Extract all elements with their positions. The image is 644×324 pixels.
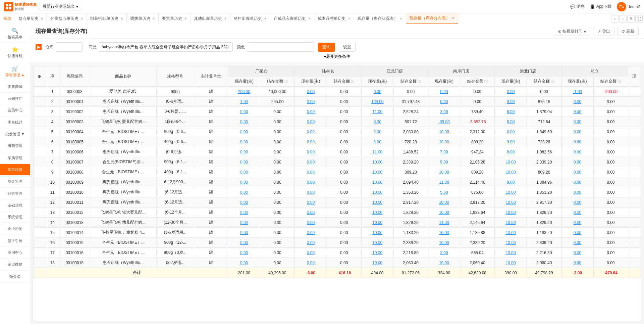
sidebar-item-retail[interactable]: 🛒 零售管理 ▲ — [0, 62, 30, 81]
warehouse-expand-btn[interactable]: ▶ — [36, 44, 42, 50]
cell-link[interactable]: 0.00 — [574, 170, 581, 175]
company-dropdown[interactable]: 母婴行业演示陈套 ▾ — [40, 3, 81, 10]
cell-link[interactable]: 0.00 — [574, 180, 581, 185]
cell-link[interactable]: 0.00 — [574, 230, 581, 235]
cell-link[interactable]: 10.00 — [506, 250, 516, 255]
cell-link[interactable]: 0.00 — [240, 210, 248, 215]
cell-link[interactable]: 0.00 — [574, 150, 581, 154]
message-btn[interactable]: 💬 消息 — [570, 4, 585, 9]
cell-link[interactable]: 0.00 — [240, 180, 248, 185]
cell-link[interactable]: 1.00 — [240, 99, 248, 104]
cell-link[interactable]: 0.00 — [240, 109, 248, 114]
cell-link[interactable]: 10.00 — [372, 200, 382, 205]
table-cell[interactable]: 0.00 — [294, 238, 327, 248]
table-cell[interactable]: 0.00 — [294, 258, 327, 268]
cell-link[interactable]: 0.00 — [307, 250, 315, 255]
cell-link[interactable]: 0.00 — [240, 140, 248, 144]
cell-link[interactable]: 0.00 — [240, 230, 248, 235]
table-cell[interactable]: 0.00 — [561, 207, 594, 218]
cell-link[interactable]: 10.00 — [506, 200, 516, 205]
cell-link[interactable]: 3.00 — [440, 109, 448, 114]
table-cell[interactable]: 0.00 — [228, 248, 260, 258]
cell-link[interactable]: 0.00 — [507, 89, 515, 94]
cell-link[interactable]: -1.00 — [573, 89, 582, 94]
cell-link[interactable]: 0.00 — [240, 150, 248, 154]
cell-link[interactable]: 0.00 — [307, 160, 315, 165]
sidebar-item-operations[interactable]: 经营管理 — [0, 188, 30, 199]
cell-link[interactable]: 0.00 — [240, 170, 248, 175]
cell-link[interactable]: 10.00 — [506, 170, 516, 175]
cell-link[interactable]: 0.00 — [240, 261, 248, 265]
sidebar-item-purchase[interactable]: 采购管理 — [0, 152, 30, 164]
table-cell[interactable]: 00100018 — [59, 258, 90, 268]
table-cell[interactable]: 0.00 — [561, 248, 594, 258]
table-cell[interactable]: 3.00 — [428, 107, 460, 117]
close-icon[interactable]: ✕ — [152, 17, 155, 20]
table-cell[interactable]: 0.00 — [228, 187, 260, 197]
table-cell[interactable]: 00100010 — [59, 187, 90, 197]
cell-link[interactable]: 0.00 — [373, 89, 381, 94]
cell-link[interactable]: -39.00 — [438, 120, 450, 124]
cell-link[interactable]: 10.00 — [439, 210, 449, 215]
table-cell[interactable]: 0.00 — [561, 117, 594, 127]
table-cell[interactable]: 9.00 — [361, 117, 393, 127]
close-icon[interactable]: ✕ — [224, 17, 227, 20]
table-cell[interactable]: 00100006 — [59, 147, 90, 157]
table-cell[interactable]: 10.00 — [428, 207, 460, 218]
table-cell[interactable]: 00100013 — [59, 218, 90, 228]
table-cell[interactable]: 10.00 — [495, 167, 527, 177]
cell-link[interactable]: 0.00 — [240, 200, 248, 205]
user-area[interactable]: Ea demo2 — [617, 2, 640, 11]
table-cell[interactable]: 0.00 — [561, 97, 594, 107]
table-cell[interactable]: 10.00 — [495, 258, 527, 268]
warehouse-input[interactable] — [56, 42, 83, 52]
cell-link[interactable]: 0.00 — [307, 120, 315, 124]
tab-home[interactable]: 首页 — [0, 13, 15, 24]
cell-link[interactable]: 0.00 — [240, 220, 248, 225]
table-cell[interactable]: 10.00 — [428, 137, 460, 147]
cell-link[interactable]: 0.00 — [574, 109, 581, 114]
cell-link[interactable]: 9.00 — [373, 120, 381, 124]
cell-link[interactable]: 9.00 — [373, 140, 381, 144]
table-cell[interactable]: 10.00 — [361, 258, 393, 268]
table-cell[interactable]: 9.00 — [361, 127, 393, 137]
cell-link[interactable]: 10.00 — [372, 180, 382, 185]
table-cell[interactable]: 10.00 — [428, 228, 460, 238]
tab-stock-sub-history[interactable]: 分量盘点单历史 ✕ — [47, 13, 87, 24]
table-cell[interactable]: 10.00 — [361, 248, 393, 258]
table-cell[interactable]: 0.00 — [228, 207, 260, 218]
table-cell[interactable]: 10.00 — [361, 207, 393, 218]
cell-link[interactable]: 0.00 — [240, 190, 248, 195]
goods-input[interactable] — [99, 42, 233, 52]
close-icon[interactable]: ✕ — [184, 17, 187, 20]
close-icon[interactable]: ✕ — [41, 17, 43, 20]
cell-link[interactable]: 10.00 — [506, 240, 516, 245]
table-cell[interactable]: 0.00 — [561, 177, 594, 187]
table-cell[interactable]: 0.00 — [294, 228, 327, 238]
table-cell[interactable]: 0.00 — [228, 147, 260, 157]
cell-link[interactable]: 10.00 — [372, 261, 382, 265]
table-cell[interactable]: 0.00 — [561, 157, 594, 167]
cell-link[interactable]: 7.00 — [440, 150, 448, 154]
cell-link[interactable]: 0.00 — [574, 261, 581, 265]
table-cell[interactable]: 5.00 — [428, 187, 460, 197]
table-cell[interactable]: 3.00 — [428, 248, 460, 258]
tab-order-history[interactable]: 要货单历史 ✕ — [159, 13, 191, 24]
cell-link[interactable]: 0.00 — [240, 250, 248, 255]
tab-stock-dist[interactable]: 现存量（库存分布表） ✕ — [406, 13, 458, 24]
close-icon[interactable]: ✕ — [120, 17, 123, 20]
cell-link[interactable]: 109.00 — [371, 99, 384, 104]
cell-link[interactable]: 0.00 — [307, 130, 315, 134]
cell-link[interactable]: 0.00 — [240, 240, 248, 245]
table-cell[interactable]: 0.00 — [495, 87, 527, 97]
cell-link[interactable]: 10.00 — [506, 220, 516, 225]
table-cell[interactable]: 10.00 — [361, 218, 393, 228]
table-cell[interactable]: 200.00 — [228, 87, 260, 97]
table-cell[interactable]: 10.00 — [361, 228, 393, 238]
cell-link[interactable]: 11.00 — [372, 109, 382, 114]
cell-link[interactable]: 0.00 — [574, 160, 581, 165]
table-cell[interactable]: 0.00 — [228, 228, 260, 238]
table-cell[interactable]: 0.00 — [228, 177, 260, 187]
export-btn[interactable]: ↗ 导出 — [593, 27, 614, 36]
sidebar-item-system[interactable]: 系统管理 — [0, 211, 30, 223]
